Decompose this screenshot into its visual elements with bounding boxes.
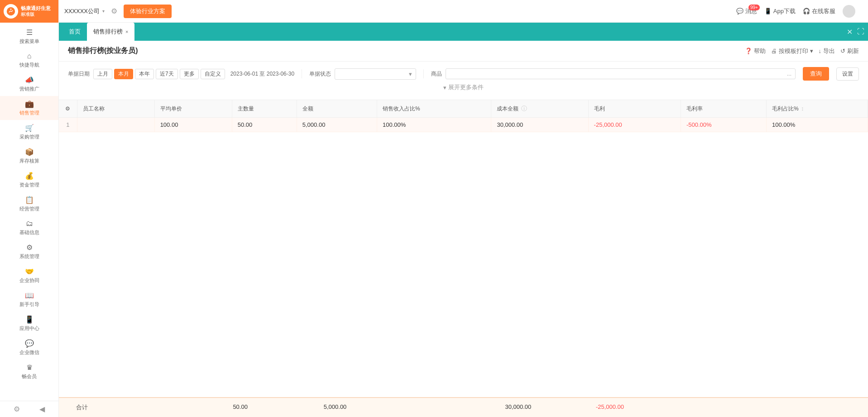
tab-sales-ranking[interactable]: 销售排行榜 × [87, 23, 134, 41]
sidebar-icon-inventory: 📦 [25, 148, 34, 156]
cell-cost-amount: 30,000.00 [491, 118, 588, 132]
tab-fullscreen-icon[interactable]: ⛶ [857, 28, 864, 36]
cell-gross-margin: -500.00% [681, 118, 766, 132]
table-row: 1 100.00 50.00 5,000.00 100.00% 30,000.0… [59, 118, 868, 132]
sidebar-label-sales: 销售管理 [19, 110, 39, 116]
sidebar-item-wechat[interactable]: 💬企业微信 [0, 336, 58, 359]
footer-sales-pct [409, 402, 499, 413]
tab-sales-ranking-label: 销售排行榜 [93, 28, 123, 36]
sidebar-item-finance[interactable]: 💰资金管理 [0, 168, 58, 192]
table-footer: 合计 50.00 5,000.00 30,000.00 -25,000.00 [59, 397, 868, 417]
status-chevron-icon: ▾ [409, 71, 412, 77]
sidebar-item-purchase[interactable]: 🛒采购管理 [0, 120, 58, 144]
sidebar-item-operations[interactable]: 📋经营管理 [0, 192, 58, 216]
sidebar-item-apps[interactable]: 📱应用中心 [0, 312, 58, 336]
user-avatar[interactable] [843, 5, 855, 18]
sidebar-label-basic: 基础信息 [19, 229, 39, 236]
message-icon: 💬 [736, 8, 743, 14]
app-logo: 畅康通好生意 标准版 [0, 0, 58, 23]
page-actions: ❓ 帮助 🖨 按模板打印 ▾ ↓ 导出 ↺ 刷新 [745, 47, 859, 55]
sidebar-item-guide[interactable]: 📖新手引导 [0, 288, 58, 312]
company-selector[interactable]: XXXXXX公司 ▾ [64, 7, 105, 15]
footer-cost-amount: 30,000.00 [500, 402, 590, 413]
sidebar-settings-icon[interactable]: ⚙ [14, 405, 20, 413]
expand-chevron-icon: ▾ [443, 84, 446, 91]
print-icon: 🖨 [771, 48, 777, 54]
sidebar-label-guide: 新手引导 [19, 301, 39, 308]
sidebar-item-marketing[interactable]: 📣营销推广 [0, 72, 58, 96]
refresh-icon: ↺ [840, 48, 845, 54]
date-range: 2023-06-01 至 2023-06-30 [230, 70, 294, 78]
message-btn[interactable]: 💬 消息 99+ [736, 7, 757, 15]
table-container: ⚙ 员工名称 平均单价 主数量 全额 销售收入占比% 成本全额 ⓘ 毛利 毛利率… [59, 100, 868, 397]
help-button[interactable]: ❓ 帮助 [745, 47, 766, 55]
sidebar-icon-enterprise: 🤝 [25, 267, 34, 276]
app-download-btn[interactable]: 📱 App下载 [764, 7, 796, 15]
experience-button[interactable]: 体验行业方案 [124, 5, 172, 18]
settings-small-button[interactable]: 设置 [836, 67, 859, 81]
sidebar-item-inventory[interactable]: 📦库存核算 [0, 144, 58, 168]
sidebar-label-apps: 应用中心 [19, 325, 39, 332]
export-button[interactable]: ↓ 导出 [819, 47, 835, 55]
tab-close-window-icon[interactable]: ✕ [847, 28, 853, 36]
gross-pct-help-icon[interactable]: ↕ [801, 105, 804, 112]
cell-gross-profit: -25,000.00 [588, 118, 681, 132]
cell-rank: 1 [59, 118, 77, 132]
cost-help-icon[interactable]: ⓘ [521, 105, 527, 112]
filter-area: 单据日期 上月 本月 本年 近7天 更多 自定义 2023-06-01 至 20… [59, 62, 868, 100]
footer-amount: 5,000.00 [318, 402, 409, 413]
col-sales-pct: 销售收入占比% [377, 100, 491, 118]
help-label: 帮助 [754, 47, 766, 55]
col-cost-amount: 成本全额 ⓘ [491, 100, 588, 118]
more-date-btn[interactable]: 更多 [180, 69, 199, 79]
current-year-btn[interactable]: 本年 [135, 69, 154, 79]
expand-button[interactable]: ▾ 展开更多条件 [443, 83, 484, 91]
tab-home[interactable]: 首页 [62, 23, 87, 41]
tab-close-icon[interactable]: × [125, 29, 128, 34]
custom-date-btn[interactable]: 自定义 [201, 69, 225, 79]
sidebar-icon-vip: ♛ [26, 363, 33, 372]
sidebar-icon-purchase: 🛒 [25, 124, 34, 132]
sidebar-item-basic[interactable]: 🗂基础信息 [0, 216, 58, 240]
sidebar-item-system[interactable]: ⚙系统管理 [0, 240, 58, 264]
footer-avg-price [137, 402, 227, 413]
sidebar-item-vip[interactable]: ♛畅会员 [0, 359, 58, 383]
goods-input[interactable]: ... [446, 68, 796, 79]
company-name: XXXXXX公司 [64, 7, 100, 15]
footer-gross-pct [772, 402, 863, 413]
sidebar-label-finance: 资金管理 [19, 182, 39, 188]
sidebar-item-sales[interactable]: 💼销售管理 [0, 96, 58, 120]
table-header-row: ⚙ 员工名称 平均单价 主数量 全额 销售收入占比% 成本全额 ⓘ 毛利 毛利率… [59, 100, 868, 118]
goods-more-icon[interactable]: ... [787, 71, 791, 77]
table-body: 1 100.00 50.00 5,000.00 100.00% 30,000.0… [59, 118, 868, 132]
sidebar-label-inventory: 库存核算 [19, 158, 39, 164]
current-month-btn[interactable]: 本月 [114, 69, 133, 79]
last-month-btn[interactable]: 上月 [93, 69, 112, 79]
last7days-btn[interactable]: 近7天 [156, 69, 178, 79]
col-settings[interactable]: ⚙ [59, 100, 77, 118]
headset-icon: 🎧 [803, 8, 810, 14]
sidebar-label-shortcut: 快捷导航 [19, 62, 39, 68]
col-gross-margin: 毛利率 [681, 100, 766, 118]
print-label: 按模板打印 [779, 47, 808, 55]
online-service-btn[interactable]: 🎧 在线客服 [803, 7, 835, 15]
print-chevron-icon: ▾ [810, 48, 813, 54]
sidebar-icon-shortcut: ⌂ [27, 52, 32, 60]
col-avg-price: 平均单价 [154, 100, 232, 118]
sidebar-collapse-icon[interactable]: ◀ [39, 405, 45, 413]
date-label: 单据日期 [68, 70, 90, 78]
cell-qty: 50.00 [232, 118, 297, 132]
status-select[interactable]: ▾ [335, 68, 416, 80]
svg-point-1 [10, 9, 12, 10]
query-button[interactable]: 查询 [803, 67, 829, 81]
sidebar-item-search[interactable]: ☰搜索菜单 [0, 24, 58, 48]
header-settings-icon[interactable]: ⚙ [111, 7, 117, 15]
sidebar-item-enterprise[interactable]: 🤝企业协同 [0, 264, 58, 288]
refresh-button[interactable]: ↺ 刷新 [840, 47, 859, 55]
print-button[interactable]: 🖨 按模板打印 ▾ [771, 47, 813, 55]
sidebar-item-shortcut[interactable]: ⌂快捷导航 [0, 48, 58, 72]
sidebar-icon-system: ⚙ [26, 243, 33, 252]
app-download-icon: 📱 [764, 8, 772, 14]
date-filter: 单据日期 上月 本月 本年 近7天 更多 自定义 2023-06-01 至 20… [68, 69, 294, 79]
sidebar-icon-sales: 💼 [25, 100, 34, 108]
